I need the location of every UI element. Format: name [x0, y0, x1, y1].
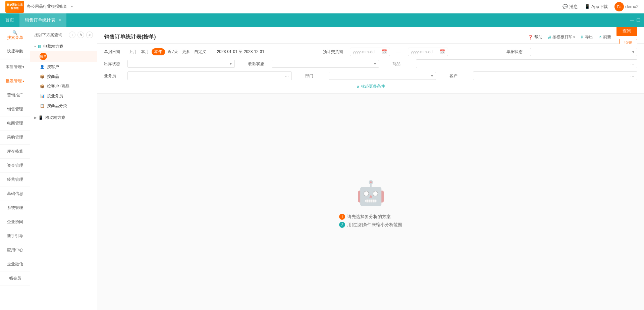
- shortcut-more[interactable]: 更多: [181, 48, 192, 55]
- maximize-icon[interactable]: □: [637, 17, 640, 23]
- app-download-button[interactable]: 📱 App下载: [585, 4, 608, 10]
- salesman-input[interactable]: ···: [127, 71, 292, 80]
- template-print-icon: 🖨: [548, 35, 552, 40]
- left-panel-icons: + ✎ «: [69, 32, 93, 38]
- desktop-icon: 🖥: [37, 44, 41, 49]
- scheme-item-by-goods-category[interactable]: 📋 按商品分类: [30, 101, 97, 111]
- sidebar-item-sales[interactable]: 销售管理: [0, 102, 30, 116]
- department-caret-icon: ▾: [431, 73, 433, 78]
- sidebar-item-purchase[interactable]: 采购管理: [0, 131, 30, 145]
- collapse-filter-button[interactable]: ∧ 收起更多条件: [104, 84, 637, 89]
- tab-home[interactable]: 首页: [0, 13, 19, 27]
- department-label: 部门: [305, 73, 322, 79]
- app-title-dropdown-icon[interactable]: ▾: [71, 5, 73, 8]
- salesman-dots-icon[interactable]: ···: [285, 73, 289, 79]
- sidebar-item-wholesale[interactable]: 批发管理 ▴: [0, 74, 30, 88]
- order-status-label: 单据状态: [506, 49, 523, 55]
- date-label: 单据日期: [104, 49, 121, 55]
- scheme-item-by-customer-goods[interactable]: 📦 按客户+商品: [30, 82, 97, 91]
- message-icon: 💬: [562, 4, 568, 9]
- page-title: 销售订单统计表(按单): [104, 34, 156, 41]
- collapse-panel-button[interactable]: «: [86, 32, 93, 38]
- help-icon: ❓: [528, 35, 533, 40]
- message-button[interactable]: 💬 消息: [562, 4, 578, 10]
- payment-status-label: 收款状态: [248, 61, 265, 67]
- empty-state: 🤖 1 请先选择要分析的方案 2 用[过滤]条件来缩小分析范围: [97, 94, 644, 310]
- refresh-button[interactable]: ↺ 刷新: [598, 34, 611, 40]
- template-print-button[interactable]: 🖨 按模板打印 ▾: [548, 34, 575, 40]
- scheme-item-by-goods[interactable]: 📦 按商品: [30, 72, 97, 82]
- calendar-start-icon: 📅: [382, 49, 387, 54]
- scheme-item-by-customer[interactable]: 👤 按客户: [30, 62, 97, 72]
- template-print-dropdown-icon: ▾: [573, 35, 575, 39]
- date-range-separator: —: [397, 49, 401, 54]
- collapse-icon: «: [89, 33, 91, 37]
- sidebar-item-wechat[interactable]: 企业微信: [0, 257, 30, 271]
- left-panel-header: 按以下方案查询 + ✎ «: [30, 30, 97, 41]
- sidebar-item-ecommerce[interactable]: 电商管理: [0, 116, 30, 131]
- goods-dots-icon[interactable]: ···: [630, 61, 634, 66]
- mobile-scheme-section: ▶ 📱 移动端方案: [30, 112, 97, 123]
- scheme-item-by-order[interactable]: 按单: [30, 51, 97, 62]
- payment-status-caret-icon: ▾: [374, 61, 376, 66]
- customer-label: 客户: [449, 73, 466, 79]
- tab-sales-order-stats[interactable]: 销售订单统计表 ×: [19, 13, 66, 27]
- sidebar-item-member[interactable]: 畅会员: [0, 271, 30, 286]
- desktop-scheme-category[interactable]: ▾ 🖥 电脑端方案: [30, 42, 97, 51]
- active-scheme-icon: 按单: [40, 53, 47, 60]
- empty-tip-1: 1 请先选择要分析的方案: [339, 214, 402, 220]
- expected-date-start-input[interactable]: yyyy-mm-dd 📅: [350, 48, 390, 56]
- sidebar-item-system[interactable]: 系统管理: [0, 201, 30, 215]
- customer-input[interactable]: ···: [473, 71, 637, 80]
- left-panel: 按以下方案查询 + ✎ « ▾ 🖥 电脑端方案: [30, 27, 97, 310]
- sidebar-item-operations[interactable]: 经营管理: [0, 173, 30, 187]
- calendar-end-icon: 📅: [440, 49, 445, 54]
- sidebar-search[interactable]: 🔍 搜索菜单: [0, 27, 30, 44]
- edit-scheme-button[interactable]: ✎: [77, 32, 84, 38]
- topbar: 畅捷通好生意 标准版 办公用品行业模拟账套 ▾ 💬 消息 📱 App下载 Ea …: [0, 0, 644, 13]
- scheme-item-by-salesman[interactable]: 📊 按业务员: [30, 91, 97, 101]
- sidebar-item-inventory[interactable]: 库存核算: [0, 145, 30, 159]
- minimize-icon[interactable]: ─: [630, 17, 634, 23]
- goods-category-scheme-icon: 📋: [40, 103, 45, 109]
- sidebar-item-enterprise[interactable]: 企业协同: [0, 215, 30, 229]
- empty-tip-2: 2 用[过滤]条件来缩小分析范围: [339, 222, 402, 228]
- query-button[interactable]: 查询: [616, 27, 637, 36]
- shortcut-last-7days[interactable]: 近7天: [166, 48, 179, 55]
- export-button[interactable]: ⬇ 导出: [580, 34, 593, 40]
- department-select[interactable]: ▾: [329, 72, 436, 80]
- sidebar-item-newbie[interactable]: 新手引导: [0, 229, 30, 243]
- mobile-scheme-category[interactable]: ▶ 📱 移动端方案: [30, 113, 97, 122]
- sidebar-item-marketing[interactable]: 营销推广: [0, 88, 30, 102]
- sidebar-item-retail[interactable]: 零售管理 ▾: [0, 60, 30, 74]
- delivery-status-label: 出库状态: [104, 61, 121, 67]
- customer-dots-icon[interactable]: ···: [630, 73, 634, 79]
- goods-input[interactable]: ···: [416, 59, 637, 68]
- shortcut-last-month[interactable]: 上月: [127, 48, 138, 55]
- tabbar: 首页 销售订单统计表 × ─ □: [0, 13, 644, 27]
- tabbar-right: ─ □: [630, 13, 644, 27]
- divider: [0, 59, 30, 59]
- payment-status-select[interactable]: ▾: [272, 60, 379, 68]
- sidebar-item-quick-nav[interactable]: 快捷导航: [0, 44, 30, 58]
- help-button[interactable]: ❓ 帮助: [528, 34, 542, 40]
- delivery-status-select[interactable]: ▾: [127, 60, 235, 68]
- empty-tips: 1 请先选择要分析的方案 2 用[过滤]条件来缩小分析范围: [339, 214, 402, 228]
- shortcut-this-year[interactable]: 本年: [152, 48, 165, 55]
- tab-close-icon[interactable]: ×: [59, 18, 61, 22]
- shortcut-this-month[interactable]: 本月: [140, 48, 150, 55]
- desktop-scheme-section: ▾ 🖥 电脑端方案 按单 👤 按客户 📦 按商品 📦 按客户: [30, 41, 97, 112]
- customer-goods-scheme-icon: 📦: [40, 84, 45, 89]
- date-shortcuts: 上月 本月 本年 近7天 更多 自定义: [127, 48, 208, 55]
- expected-date-end-input[interactable]: yyyy-mm-dd 📅: [408, 48, 448, 56]
- sidebar-item-basic-info[interactable]: 基础信息: [0, 187, 30, 201]
- add-scheme-button[interactable]: +: [69, 32, 75, 38]
- sidebar-item-finance[interactable]: 资金管理: [0, 159, 30, 173]
- user-profile[interactable]: Ea demo2: [614, 2, 639, 11]
- shortcut-custom[interactable]: 自定义: [193, 48, 208, 55]
- customer-scheme-icon: 👤: [40, 64, 45, 70]
- page-titlebar: 销售订单统计表(按单) ❓ 帮助 🖨 按模板打印 ▾ ⬇ 导出: [97, 27, 644, 44]
- order-status-caret-icon: ▾: [632, 50, 634, 54]
- order-status-select[interactable]: ▾: [530, 48, 637, 56]
- sidebar-item-app-center[interactable]: 应用中心: [0, 243, 30, 257]
